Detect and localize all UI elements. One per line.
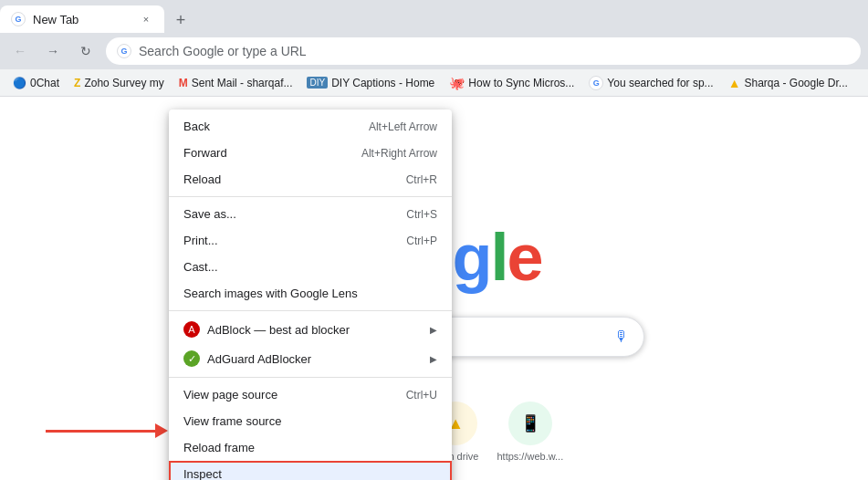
menu-item-adguard[interactable]: ✓ AdGuard AdBlocker ▶ xyxy=(169,344,452,373)
menu-item-back[interactable]: Back Alt+Left Arrow xyxy=(169,113,452,140)
url-favicon: G xyxy=(117,44,131,58)
url-text: Search Google or type a URL xyxy=(139,44,307,58)
menu-divider-2 xyxy=(169,310,452,311)
adguard-submenu-arrow: ▶ xyxy=(430,354,437,364)
adblock-icon: A xyxy=(183,321,200,338)
menu-item-adblock-label: AdBlock — best ad blocker xyxy=(207,323,430,337)
browser-chrome: G New Tab × + ← → ↻ G Search Google or t… xyxy=(0,0,868,97)
bookmark-google-search[interactable]: G You searched for sp... xyxy=(583,74,718,92)
address-bar: ← → ↻ G Search Google or type a URL xyxy=(0,33,868,69)
back-icon: ← xyxy=(14,44,26,58)
menu-item-forward[interactable]: Forward Alt+Right Arrow xyxy=(169,140,452,166)
mic-icon[interactable]: 🎙 xyxy=(614,329,629,345)
bookmark-label: Sent Mail - sharqaf... xyxy=(192,77,293,89)
menu-item-view-frame-label: View frame source xyxy=(183,414,437,428)
logo-e: e xyxy=(507,221,541,294)
bookmark-sent-mail[interactable]: M Sent Mail - sharqaf... xyxy=(173,75,298,91)
menu-item-print-shortcut: Ctrl+P xyxy=(406,235,437,247)
arrow-line xyxy=(46,430,155,433)
inspect-arrow xyxy=(46,423,168,438)
bookmark-sharqa[interactable]: ▲ Sharqa - Google Dr... xyxy=(723,74,853,92)
bookmark-label: Zoho Survey my xyxy=(84,77,163,89)
tab-bar: G New Tab × + xyxy=(0,0,868,33)
menu-divider-1 xyxy=(169,196,452,197)
logo-g2: g xyxy=(452,221,490,294)
menu-item-inspect[interactable]: Inspect xyxy=(169,461,452,480)
menu-item-print-label: Print... xyxy=(183,234,377,247)
menu-item-view-source-shortcut: Ctrl+U xyxy=(406,389,437,402)
bookmark-label: DIY Captions - Home xyxy=(331,77,434,89)
forward-icon: → xyxy=(47,44,59,58)
menu-item-forward-shortcut: Alt+Right Arrow xyxy=(361,147,437,160)
menu-item-save[interactable]: Save as... Ctrl+S xyxy=(169,201,452,227)
menu-divider-3 xyxy=(169,377,452,378)
bookmark-diy[interactable]: DIY DIY Captions - Home xyxy=(301,75,440,91)
menu-item-reload-shortcut: Ctrl+R xyxy=(406,173,437,186)
tab-favicon: G xyxy=(11,12,26,26)
bookmark-label: You searched for sp... xyxy=(607,77,713,89)
back-button[interactable]: ← xyxy=(7,38,33,64)
menu-item-reload[interactable]: Reload Ctrl+R xyxy=(169,166,452,193)
adguard-icon: ✓ xyxy=(183,350,200,367)
menu-item-inspect-label: Inspect xyxy=(183,467,437,480)
adblock-submenu-arrow: ▶ xyxy=(430,325,437,335)
bookmark-label: Sharqa - Google Dr... xyxy=(744,77,847,89)
active-tab[interactable]: G New Tab × xyxy=(0,5,164,33)
menu-item-cast[interactable]: Cast... xyxy=(169,254,452,280)
url-input[interactable]: G Search Google or type a URL xyxy=(106,37,861,65)
menu-item-reload-frame[interactable]: Reload frame xyxy=(169,434,452,461)
menu-item-save-shortcut: Ctrl+S xyxy=(406,208,437,221)
menu-item-back-label: Back xyxy=(183,120,340,133)
bookmark-label: How to Sync Micros... xyxy=(468,77,574,89)
reload-button[interactable]: ↻ xyxy=(73,38,99,64)
menu-item-search-images-label: Search images with Google Lens xyxy=(183,287,437,300)
menu-item-save-label: Save as... xyxy=(183,207,377,221)
context-menu: Back Alt+Left Arrow Forward Alt+Right Ar… xyxy=(169,110,452,480)
shortcut-web-icon: 📱 xyxy=(508,402,552,445)
menu-item-reload-frame-label: Reload frame xyxy=(183,441,437,454)
menu-item-cast-label: Cast... xyxy=(183,260,408,274)
shortcut-web-label: https://web.w... xyxy=(497,451,563,462)
menu-item-view-source[interactable]: View page source Ctrl+U xyxy=(169,381,452,408)
forward-button[interactable]: → xyxy=(40,38,66,64)
shortcut-web[interactable]: 📱 https://web.w... xyxy=(497,402,563,462)
reload-icon: ↻ xyxy=(80,44,91,58)
menu-item-adguard-label: AdGuard AdBlocker xyxy=(207,352,430,366)
tab-title: New Tab xyxy=(33,13,131,26)
menu-item-reload-label: Reload xyxy=(183,172,377,186)
menu-item-back-shortcut: Alt+Left Arrow xyxy=(369,120,437,133)
menu-item-adblock[interactable]: A AdBlock — best ad blocker ▶ xyxy=(169,315,452,344)
menu-item-view-frame[interactable]: View frame source xyxy=(169,408,452,434)
bookmark-label: 0Chat xyxy=(30,77,59,89)
menu-item-search-images[interactable]: Search images with Google Lens xyxy=(169,280,452,307)
menu-item-print[interactable]: Print... Ctrl+P xyxy=(169,227,452,254)
logo-l: l xyxy=(490,221,507,294)
bookmark-github[interactable]: 🐙 How to Sync Micros... xyxy=(444,74,580,92)
menu-item-view-source-label: View page source xyxy=(183,388,377,402)
bookmark-zoho[interactable]: Z Zoho Survey my xyxy=(68,75,170,91)
bookmark-0chat[interactable]: 🔵 0Chat xyxy=(7,75,65,91)
menu-item-forward-label: Forward xyxy=(183,146,332,160)
arrow-head xyxy=(155,423,168,438)
tab-close-button[interactable]: × xyxy=(139,12,153,26)
bookmarks-bar: 🔵 0Chat Z Zoho Survey my M Sent Mail - s… xyxy=(0,69,868,97)
new-tab-button[interactable]: + xyxy=(168,7,193,33)
